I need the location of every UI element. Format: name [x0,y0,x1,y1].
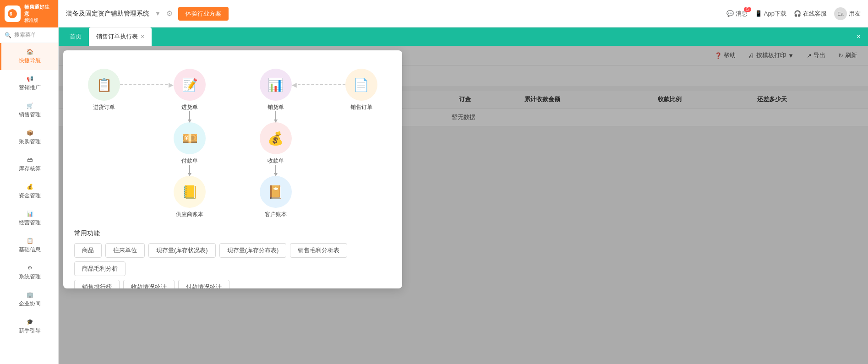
tab-sales-execution[interactable]: 销售订单执行表 × [89,27,152,46]
common-functions-title: 常用功能 [74,229,391,238]
svg-text:6: 6 [10,11,12,16]
sidebar-item-newbie[interactable]: 🎓 新手引导 [0,313,58,340]
quick-guide-panel: 📋 进货订单 ▶ 📝 [63,50,402,288]
service-icon: 🎧 [794,10,801,17]
customer-ledger-label: 客户账本 [265,211,287,218]
flow-node-receipt[interactable]: 💰 收款单 [260,122,292,165]
search-menu[interactable]: 🔍 搜索菜单 [0,27,58,43]
message-action[interactable]: 💬 消息 5 [726,10,748,18]
purchase-bill-circle[interactable]: 📝 [174,69,206,101]
sidebar-item-sales[interactable]: 🛒 销售管理 [0,97,58,124]
operations-icon: 📊 [27,211,33,217]
func-btn-inventory-distribution[interactable]: 现存量(库存分布表) [219,243,287,258]
sale-order-circle[interactable]: 📄 [345,69,377,101]
func-btn-goods-margin[interactable]: 商品毛利分析 [74,261,126,276]
sale-bill-label: 销货单 [267,103,284,111]
main-area: 装备及固定资产辅助管理系统 ▼ ⚙ 体验行业方案 💬 消息 5 📱 App下载 … [59,0,868,364]
func-btn-goods[interactable]: 商品 [74,243,102,258]
sidebar-item-purchase[interactable]: 📦 采购管理 [0,124,58,151]
svg-point-0 [8,9,17,18]
sidebar-item-basic-info[interactable]: 📋 基础信息 [0,232,58,259]
logo-sub: 标准版 [24,17,54,24]
basic-info-icon: 📋 [27,238,33,244]
marketing-icon: 📢 [27,76,33,82]
sidebar-item-quick-guide[interactable]: 🏠 快捷导航 [0,43,58,70]
flow-node-purchase-bill[interactable]: 📝 进货单 [174,69,206,111]
customer-ledger-circle[interactable]: 📔 [260,176,292,208]
home-icon: 🏠 [27,49,33,55]
func-btn-payment-stats[interactable]: 付款情况统计 [178,280,229,288]
flow-diagram: 📋 进货订单 ▶ 📝 [74,61,391,222]
sales-icon: 🛒 [27,103,33,109]
sidebar: 6 畅康通好生意 标准版 🔍 搜索菜单 🏠 快捷导航 📢 营销推广 🛒 销售管理… [0,0,59,364]
avatar: Ea [834,7,847,20]
tabs-bar: 首页 销售订单执行表 × × [59,27,868,46]
tab-close-icon[interactable]: × [141,33,144,40]
sidebar-item-system[interactable]: ⚙ 系统管理 [0,259,58,286]
finance-icon: 💰 [27,184,33,190]
sidebar-item-finance[interactable]: 💰 资金管理 [0,178,58,205]
sidebar-item-operations[interactable]: 📊 经营管理 [0,205,58,232]
flow-node-supplier-ledger[interactable]: 📒 供应商账本 [174,176,206,218]
sidebar-item-enterprise[interactable]: 🏢 企业协同 [0,286,58,313]
func-btn-sales-rank[interactable]: 销售排行榜 [74,280,120,288]
logo-text: 畅康通好生意 [24,4,54,18]
purchase-icon: 📦 [27,130,33,136]
sidebar-item-marketing[interactable]: 📢 营销推广 [0,70,58,97]
sale-order-label: 销售订单 [350,103,372,111]
message-badge: 5 [744,7,751,12]
func-btn-inventory-status[interactable]: 现存量(库存状况表) [148,243,216,258]
receipt-circle[interactable]: 💰 [260,122,292,154]
purchase-order-label: 进货订单 [93,103,115,111]
close-all-tabs-button[interactable]: × [853,33,864,41]
sale-bill-circle[interactable]: 📊 [260,69,292,101]
common-functions-section: 常用功能 商品 往来单位 现存量(库存状况表) 现存量(库存分布表) 销售毛利分… [74,229,391,288]
dropdown-icon[interactable]: ▼ [155,10,161,17]
receipt-label: 收款单 [267,157,284,165]
supplier-ledger-circle[interactable]: 📒 [174,176,206,208]
message-icon: 💬 [726,10,734,17]
topbar-actions: 💬 消息 5 📱 App下载 🎧 在线客服 Ea 用友 [726,7,861,20]
flow-node-customer-ledger[interactable]: 📔 客户账本 [260,176,292,218]
system-title: 装备及固定资产辅助管理系统 [66,10,149,18]
trial-button[interactable]: 体验行业方案 [178,7,229,21]
payment-circle[interactable]: 💴 [174,122,206,154]
flow-node-purchase-order[interactable]: 📋 进货订单 [88,69,120,111]
app-download-action[interactable]: 📱 App下载 [755,10,786,18]
topbar: 装备及固定资产辅助管理系统 ▼ ⚙ 体验行业方案 💬 消息 5 📱 App下载 … [59,0,868,27]
logo-icon: 6 [5,5,21,22]
func-buttons-row2: 销售排行榜 收款情况统计 付款情况统计 [74,280,391,288]
enterprise-icon: 🏢 [27,292,33,298]
func-btn-receipt-stats[interactable]: 收款情况统计 [123,280,175,288]
tab-home[interactable]: 首页 [62,27,89,46]
flow-node-sale-order[interactable]: 📄 销售订单 [345,69,377,111]
func-buttons-row1: 商品 往来单位 现存量(库存状况表) 现存量(库存分布表) 销售毛利分析表 商品… [74,243,391,276]
func-btn-counterpart[interactable]: 往来单位 [105,243,145,258]
purchase-bill-label: 进货单 [181,103,198,111]
func-btn-sales-analysis[interactable]: 销售毛利分析表 [290,243,347,258]
sidebar-logo: 6 畅康通好生意 标准版 [0,0,58,27]
phone-icon: 📱 [755,10,762,17]
settings-icon[interactable]: ⚙ [166,9,173,18]
content-area: ❓ 帮助 🖨 按模板打印 ▼ ↗ 导出 ↻ 刷新 📅 单据状态 ▼ [59,46,868,364]
system-icon: ⚙ [27,265,33,271]
user-action[interactable]: Ea 用友 [834,7,861,20]
flow-node-sale-bill[interactable]: 📊 销货单 [260,69,292,111]
newbie-icon: 🎓 [27,319,33,325]
search-icon: 🔍 [5,32,11,38]
sidebar-item-inventory[interactable]: 🗃 库存核算 [0,151,58,178]
supplier-ledger-label: 供应商账本 [176,211,203,218]
overlay-backdrop[interactable]: 📋 进货订单 ▶ 📝 [59,46,868,364]
flow-node-payment[interactable]: 💴 付款单 [174,122,206,165]
inventory-icon: 🗃 [27,157,33,163]
purchase-order-circle[interactable]: 📋 [88,69,120,101]
payment-label: 付款单 [181,157,198,165]
online-service-action[interactable]: 🎧 在线客服 [794,10,827,18]
sidebar-nav: 🏠 快捷导航 📢 营销推广 🛒 销售管理 📦 采购管理 🗃 库存核算 💰 资金管… [0,43,58,364]
